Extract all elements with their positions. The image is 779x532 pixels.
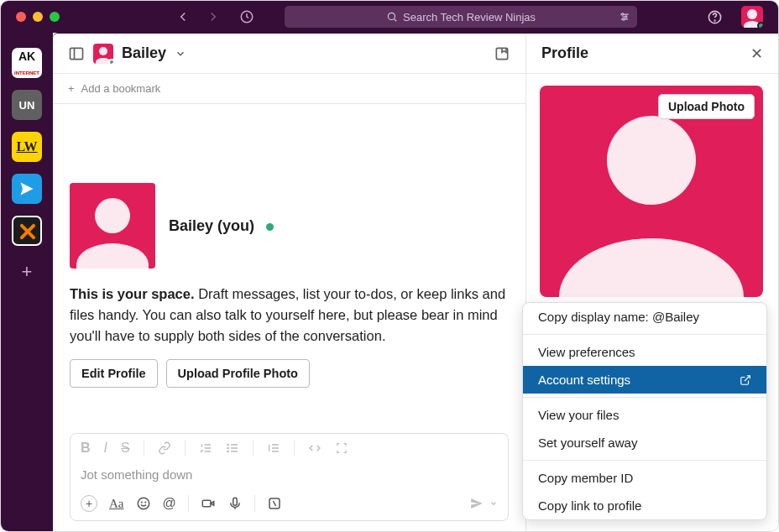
search-input[interactable]: Search Tech Review Ninjas: [285, 6, 637, 28]
chevron-down-icon[interactable]: [175, 48, 186, 60]
menu-copy-display-name[interactable]: Copy display name: @Bailey: [523, 303, 766, 331]
svg-point-13: [141, 502, 142, 503]
presence-indicator-icon: [757, 22, 763, 28]
blockquote-icon[interactable]: [267, 441, 280, 455]
search-filter-icon[interactable]: [619, 11, 630, 23]
menu-account-settings[interactable]: Account settings: [523, 366, 766, 394]
self-display-name: Bailey (you): [169, 217, 254, 234]
presence-dot-icon: [266, 223, 274, 231]
menu-copy-member-id[interactable]: Copy member ID: [523, 464, 766, 492]
history-nav: [175, 9, 221, 24]
profile-context-menu: Copy display name: @Bailey View preferen…: [522, 302, 767, 520]
message-composer[interactable]: B I S Jot something down +: [70, 433, 509, 521]
svg-point-4: [623, 18, 625, 20]
plus-icon: +: [68, 82, 75, 95]
split-view-icon[interactable]: [68, 45, 85, 62]
svg-rect-16: [233, 498, 238, 505]
menu-copy-profile-link[interactable]: Copy link to profile: [523, 492, 766, 519]
workspace-switcher-4[interactable]: [12, 174, 42, 204]
mic-icon[interactable]: [227, 496, 243, 511]
workspace-switcher-2[interactable]: UN: [12, 90, 42, 120]
main-column: Bailey + Add a bookmark Bailey (you): [53, 34, 526, 532]
workspace-switcher-5[interactable]: [12, 216, 42, 246]
composer-textarea[interactable]: Jot something down: [71, 462, 508, 490]
edit-profile-button[interactable]: Edit Profile: [70, 359, 158, 388]
svg-point-14: [144, 502, 145, 503]
bullet-list-icon[interactable]: [226, 441, 239, 455]
forward-button[interactable]: [206, 9, 221, 24]
svg-point-9: [227, 444, 228, 445]
channel-avatar-icon: [93, 44, 113, 64]
video-icon[interactable]: [201, 496, 216, 511]
strike-icon[interactable]: S: [121, 441, 130, 456]
svg-point-10: [227, 447, 228, 448]
bold-icon[interactable]: B: [81, 441, 91, 456]
svg-point-12: [138, 498, 149, 509]
svg-rect-15: [202, 500, 211, 507]
svg-point-11: [227, 451, 228, 451]
titlebar: Search Tech Review Ninjas: [1, 1, 778, 33]
intro-text: This is your space. Draft messages, list…: [70, 284, 509, 346]
user-avatar-button[interactable]: [741, 6, 763, 28]
external-link-icon: [740, 374, 751, 386]
close-panel-button[interactable]: ✕: [750, 44, 763, 63]
history-button[interactable]: [239, 9, 254, 24]
code-icon[interactable]: [308, 441, 322, 455]
profile-avatar-large: Upload Photo: [540, 86, 763, 297]
bookmark-hint: Add a bookmark: [81, 82, 161, 95]
back-button[interactable]: [175, 9, 191, 24]
workspace-switcher-3[interactable]: LW: [12, 132, 42, 162]
maximize-window-icon[interactable]: [50, 12, 60, 22]
svg-point-6: [714, 20, 715, 21]
help-button[interactable]: [707, 9, 723, 25]
svg-point-1: [388, 13, 395, 19]
profile-panel-title: Profile: [541, 44, 588, 62]
codeblock-icon[interactable]: [335, 441, 348, 455]
svg-point-2: [622, 13, 624, 15]
canvas-icon[interactable]: [494, 45, 510, 62]
close-window-icon[interactable]: [16, 12, 26, 22]
upload-profile-photo-button[interactable]: Upload Profile Photo: [166, 359, 310, 388]
bookmark-bar[interactable]: + Add a bookmark: [53, 74, 525, 104]
window-controls: [16, 12, 60, 22]
menu-view-files[interactable]: View your files: [523, 401, 766, 429]
workspace-rail: AKINTERNET UN LW +: [1, 33, 53, 532]
shortcuts-icon[interactable]: [267, 496, 282, 511]
svg-point-3: [625, 16, 627, 18]
svg-rect-7: [71, 48, 83, 59]
minimize-window-icon[interactable]: [33, 12, 43, 22]
upload-photo-button[interactable]: Upload Photo: [658, 94, 755, 119]
menu-set-away[interactable]: Set yourself away: [523, 429, 766, 456]
composer-actions: + Aa @: [71, 490, 508, 520]
channel-name[interactable]: Bailey: [122, 44, 166, 62]
formatting-toggle-icon[interactable]: Aa: [109, 497, 124, 511]
emoji-icon[interactable]: [136, 496, 151, 511]
add-workspace-button[interactable]: +: [22, 261, 33, 283]
send-button[interactable]: [469, 496, 498, 511]
workspace-switcher-1[interactable]: AKINTERNET: [12, 48, 42, 78]
attach-button[interactable]: +: [81, 495, 97, 512]
italic-icon[interactable]: I: [104, 441, 107, 456]
menu-view-preferences[interactable]: View preferences: [523, 338, 766, 366]
mention-icon[interactable]: @: [163, 496, 176, 511]
self-avatar-large: [70, 183, 155, 269]
ordered-list-icon[interactable]: [199, 441, 212, 455]
link-icon[interactable]: [158, 441, 171, 455]
search-placeholder: Search Tech Review Ninjas: [403, 11, 536, 23]
channel-header: Bailey: [53, 34, 525, 74]
composer-format-toolbar: B I S: [71, 434, 508, 462]
